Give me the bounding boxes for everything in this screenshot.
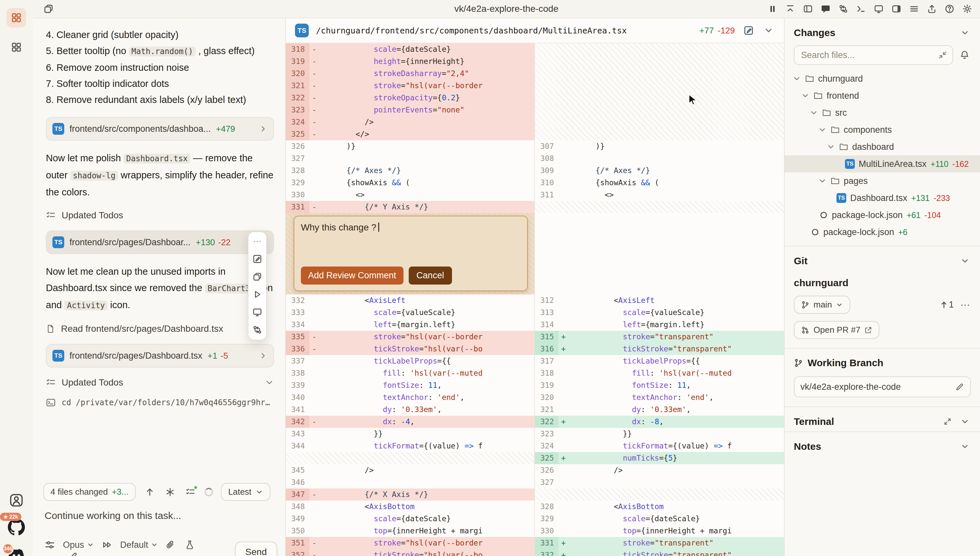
message-input[interactable]: Continue working on this task... [45, 510, 274, 526]
tree-item-dashboard[interactable]: dashboard [785, 138, 980, 155]
diff-row[interactable]: 313 scale={valueScale} [535, 307, 784, 318]
file-edit-chip[interactable]: TS frontend/src/pages/Dashboard.tsx +1-5 [46, 344, 274, 367]
tree-item-package-lock-json[interactable]: package-lock.json+61-104 [785, 207, 980, 223]
mode-selector[interactable]: Default [120, 540, 158, 550]
latest-dropdown[interactable]: Latest [221, 483, 270, 501]
diff-row[interactable]: 310 {showAxis && ( [535, 177, 784, 189]
diff-row[interactable]: 350 top={innerHeight + margi [286, 525, 534, 537]
tasks-icon[interactable] [184, 486, 197, 498]
model-selector[interactable]: Opus [63, 540, 94, 550]
diff-row[interactable]: 321- stroke="hsl(var(--border [286, 80, 534, 92]
diff-row[interactable]: 319- height={innerHeight} [286, 55, 534, 68]
github-icon[interactable]: ★22k [8, 519, 25, 536]
grid-icon[interactable] [7, 38, 26, 57]
diff-row[interactable]: 332 <AxisLeft [286, 294, 534, 307]
diff-row[interactable]: 344 tickFormat={(value) => f [286, 440, 534, 452]
tree-item-churnguard[interactable]: churnguard [785, 70, 980, 87]
diff-row[interactable]: 329 {showAxis && ( [286, 177, 534, 189]
open-pr-button[interactable]: Open PR #7 [794, 321, 879, 339]
diff-row[interactable]: 321 dy: '0.33em', [535, 404, 784, 416]
chevron-down-icon[interactable] [959, 27, 971, 39]
diff-row[interactable]: 311 <> [535, 189, 784, 201]
diff-row[interactable]: 331+ stroke="transparent" [535, 537, 784, 549]
read-file-row[interactable]: Read frontend/src/pages/Dashboard.tsx [46, 323, 274, 334]
play-icon[interactable] [251, 288, 264, 300]
menu-icon[interactable] [908, 3, 920, 15]
diff-row[interactable]: 308 [535, 152, 784, 165]
diff-row[interactable]: 327 [535, 476, 784, 488]
diff-row[interactable]: 329 scale={dateScale} [535, 513, 784, 525]
comment-input[interactable]: Why this change ? [301, 222, 520, 233]
account-icon[interactable] [9, 493, 24, 508]
diff-row[interactable]: 336- tickStroke="hsl(var(--bo [286, 343, 534, 355]
diff-row[interactable]: 319 fontSize: 11, [535, 379, 784, 391]
workspace-icon[interactable] [6, 8, 26, 27]
pen-icon[interactable] [68, 551, 78, 556]
diff-row[interactable]: 309 {/* Axes */} [535, 165, 784, 177]
diff-row[interactable]: 323- pointerEvents="none" [286, 104, 534, 116]
chevron-down-icon[interactable] [959, 416, 971, 427]
windows-icon[interactable] [42, 2, 55, 15]
diff-row[interactable]: 351- stroke="hsl(var(--border [286, 537, 534, 549]
expand-icon[interactable] [942, 416, 953, 427]
diff-row[interactable]: 323 }} [535, 428, 784, 440]
diff-row[interactable]: 316+ tickStroke="transparent" [535, 343, 784, 355]
diff-row[interactable]: 318 fill: 'hsl(var(--muted [535, 367, 784, 379]
diff-row[interactable]: 315+ stroke="transparent" [535, 331, 784, 343]
diff-row[interactable]: 314 left={margin.left} [535, 318, 784, 331]
scroll-up-icon[interactable] [144, 486, 156, 498]
git-compare-icon[interactable] [837, 3, 849, 15]
diff-row[interactable]: 322+ dx: -8, [535, 416, 784, 428]
display-icon[interactable] [872, 3, 885, 15]
discord-icon[interactable]: 346 [8, 547, 25, 556]
attach-icon[interactable] [165, 538, 177, 551]
diff-row[interactable]: 341 dy: '0.33em', [286, 404, 534, 416]
updated-todos-row[interactable]: Updated Todos [46, 377, 274, 388]
diff-row[interactable]: 326 /> [535, 464, 784, 476]
sparkle-icon[interactable] [164, 486, 176, 498]
flask-icon[interactable] [184, 538, 196, 551]
chevron-down-icon[interactable] [959, 255, 971, 267]
add-review-comment-button[interactable]: Add Review Comment [301, 267, 404, 284]
diff-row[interactable]: 324 tickFormat={(value) => f [535, 440, 784, 452]
help-icon[interactable] [943, 3, 956, 15]
diff-row[interactable]: 347- {/* X Axis */} [286, 488, 534, 501]
file-edit-chip[interactable]: TS frontend/src/pages/Dashboar... +130-2… [46, 231, 274, 254]
tree-item-dashboard-tsx[interactable]: TSDashboard.tsx+131-233 [785, 189, 980, 207]
diff-row[interactable]: 320 textAnchor: 'end', [535, 391, 784, 404]
terminal-icon[interactable] [855, 3, 867, 15]
updated-todos-row[interactable]: Updated Todos [46, 210, 274, 221]
cancel-button[interactable]: Cancel [409, 267, 452, 284]
diff-row[interactable]: 331- {/* Y Axis */} [286, 201, 534, 213]
diff-row[interactable]: 326 )} [286, 140, 534, 152]
diff-row[interactable]: 349 scale={dateScale} [286, 513, 534, 525]
push-ahead-indicator[interactable]: 1 [940, 300, 954, 310]
tree-item-components[interactable]: components [785, 121, 980, 138]
tree-item-multilinearea-tsx[interactable]: TSMultiLineArea.tsx+110-162 [785, 155, 980, 173]
pause-icon[interactable] [766, 3, 779, 15]
diff-row[interactable]: 317 tickLabelProps={{ [535, 355, 784, 367]
bell-icon[interactable] [958, 49, 971, 61]
diff-row[interactable]: 340 textAnchor: 'end', [286, 391, 534, 404]
more-icon[interactable]: ⋯ [251, 235, 264, 247]
annotate-icon[interactable] [251, 253, 264, 265]
chevron-down-icon[interactable] [762, 24, 775, 37]
diff-row[interactable]: 327 [286, 152, 534, 165]
diff-row[interactable]: 334 left={margin.left} [286, 318, 534, 331]
diff-row[interactable]: 330 top={innerHeight + margi [535, 525, 784, 537]
file-edit-chip[interactable]: TS frontend/src/components/dashboa... +4… [46, 117, 274, 141]
diff-row[interactable]: 328 {/* Axes */} [286, 165, 534, 177]
diff-row[interactable]: 307 )} [535, 140, 784, 152]
diff-row[interactable]: 333 scale={valueScale} [286, 307, 534, 318]
working-branch-field[interactable]: vk/4e2a-explore-the-code [794, 377, 971, 397]
collapse-diff-icon[interactable] [938, 50, 947, 60]
diff-row[interactable]: 328 <AxisBottom [535, 501, 784, 513]
diff-row[interactable]: 335- stroke="hsl(var(--border [286, 331, 534, 343]
tree-item-pages[interactable]: pages [785, 173, 980, 189]
diff-row[interactable]: 346 [286, 476, 534, 488]
share-icon[interactable] [925, 3, 938, 15]
collapse-up-icon[interactable] [784, 3, 796, 15]
panel-right-icon[interactable] [890, 3, 903, 15]
diff-row[interactable]: 342- dx: -4, [286, 416, 534, 428]
settings-icon[interactable] [961, 3, 974, 15]
